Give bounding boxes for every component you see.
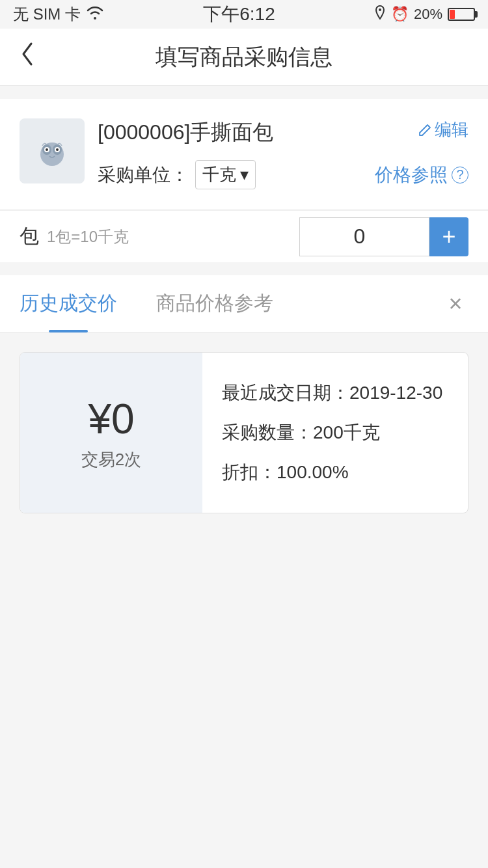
battery-percent: 20% (414, 6, 442, 23)
quantity-row: 包 1包=10千克 + (0, 210, 488, 262)
nav-bar: 填写商品采购信息 (0, 29, 488, 86)
close-icon: × (448, 290, 462, 318)
status-time: 下午6:12 (203, 2, 275, 27)
price-value: 0 (111, 396, 135, 442)
product-card: [0000006]手撕面包 编辑 采购单位： 千克 ▾ 价格参照 ? (0, 99, 488, 209)
quantity-unit: 包 (20, 223, 39, 250)
product-name: [0000006]手撕面包 (98, 118, 273, 147)
status-left: 无 SIM 卡 (13, 4, 104, 25)
svg-point-7 (56, 148, 59, 151)
quantity-input[interactable] (299, 217, 429, 256)
discount-value: 100.00% (277, 462, 349, 482)
back-button[interactable] (20, 41, 59, 73)
tab-history-price[interactable]: 历史成交价 (20, 275, 117, 332)
wifi-icon (86, 5, 104, 23)
quantity-plus-button[interactable]: + (429, 217, 468, 256)
alarm-icon: ⏰ (391, 6, 409, 23)
quantity-input-group: + (299, 217, 468, 256)
price-ref-label: 价格参照 (375, 163, 448, 187)
product-header: [0000006]手撕面包 编辑 (98, 118, 468, 147)
tab-history-price-label: 历史成交价 (20, 290, 117, 317)
price-left-panel: ¥0 交易2次 (20, 353, 202, 513)
edit-button[interactable]: 编辑 (418, 118, 468, 141)
unit-select[interactable]: 千克 ▾ (195, 160, 256, 189)
price-right-panel: 最近成交日期：2019-12-30 采购数量：200千克 折扣：100.00% (202, 353, 468, 513)
product-unit-row: 采购单位： 千克 ▾ 价格参照 ? (98, 160, 468, 189)
battery-icon (448, 8, 475, 21)
product-info: [0000006]手撕面包 编辑 采购单位： 千克 ▾ 价格参照 ? (98, 118, 468, 189)
page-title: 填写商品采购信息 (59, 42, 429, 72)
tabs-container: 历史成交价 商品价格参考 × (0, 275, 488, 332)
date-label: 最近成交日期： (222, 383, 349, 403)
quantity-label: 包 1包=10千克 (20, 223, 129, 250)
unit-label: 采购单位： 千克 ▾ (98, 160, 256, 189)
quantity-row-detail: 采购数量：200千克 (222, 418, 448, 448)
help-icon: ? (452, 167, 468, 183)
discount-row: 折扣：100.00% (222, 458, 448, 487)
date-value: 2019-12-30 (349, 383, 442, 403)
status-right: ⏰ 20% (374, 5, 475, 23)
tab-product-price-ref-label: 商品价格参考 (156, 290, 273, 317)
price-card: ¥0 交易2次 最近成交日期：2019-12-30 采购数量：200千克 折扣：… (20, 352, 468, 513)
tab-product-price-ref[interactable]: 商品价格参考 (156, 275, 273, 332)
quantity-unit-hint: 1包=10千克 (47, 226, 129, 247)
svg-point-6 (46, 148, 48, 151)
quantity-value-detail: 200千克 (313, 422, 380, 442)
battery-fill (450, 10, 455, 19)
dropdown-icon: ▾ (240, 165, 249, 185)
plus-icon: + (442, 223, 455, 251)
sim-status: 无 SIM 卡 (13, 4, 81, 25)
price-amount: ¥0 (88, 395, 134, 443)
quantity-label-detail: 采购数量： (222, 422, 313, 442)
status-bar: 无 SIM 卡 下午6:12 ⏰ 20% (0, 0, 488, 29)
unit-label-text: 采购单位： (98, 163, 189, 187)
tabs-close-button[interactable]: × (442, 291, 468, 317)
unit-value: 千克 (202, 163, 236, 186)
location-icon (374, 5, 386, 23)
discount-label: 折扣： (222, 462, 277, 482)
edit-label: 编辑 (435, 118, 468, 141)
transaction-count: 交易2次 (81, 448, 141, 471)
currency-symbol: ¥ (88, 396, 111, 442)
product-image (20, 118, 85, 183)
price-reference-button[interactable]: 价格参照 ? (375, 163, 468, 187)
tabs-list: 历史成交价 商品价格参考 (20, 275, 273, 332)
recent-date-row: 最近成交日期：2019-12-30 (222, 379, 448, 408)
svg-point-0 (379, 8, 381, 11)
